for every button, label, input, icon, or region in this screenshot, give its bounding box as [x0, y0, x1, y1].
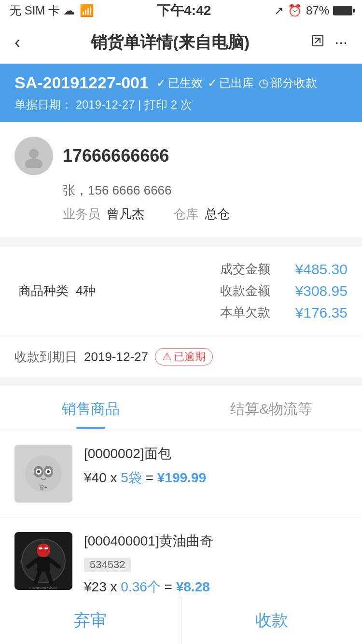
status-bar: 无 SIM 卡 ☁ 📶 下午4:42 ↗ ⏰ 87%	[0, 0, 362, 21]
category-label: 商品种类	[18, 283, 69, 298]
debt-label: 本单欠款	[220, 304, 270, 321]
status-badge-3: 部分收款	[259, 75, 317, 91]
customer-name: 17666666666	[63, 146, 169, 166]
cancel-button[interactable]: 弃审	[0, 596, 181, 644]
nav-actions: ···	[310, 33, 348, 52]
back-button[interactable]: ‹	[14, 32, 20, 53]
products-section: 星+ [0000002]面包 ¥40 x 5袋 = ¥199.99	[0, 430, 362, 611]
nav-bar: ‹ 销货单详情(来自电脑) ···	[0, 21, 362, 64]
share-icon[interactable]	[310, 33, 325, 52]
product-info-2: [000400001]黄油曲奇 534532 ¥23 x 0.36个 = ¥8.…	[84, 532, 348, 596]
order-print: | 打印 2 次	[138, 98, 192, 111]
more-icon[interactable]: ···	[334, 33, 348, 51]
amount-label: 成交金额	[220, 261, 270, 278]
order-date-label: 单据日期：	[14, 98, 72, 111]
stats-section: 商品种类 4种 成交金额 ¥485.30 收款金额 ¥308.95 本单欠款 ¥…	[0, 246, 362, 336]
alarm-icon: ⏰	[288, 4, 302, 17]
received-value: ¥308.95	[280, 283, 348, 299]
svg-rect-14	[37, 557, 50, 572]
svg-point-8	[37, 470, 40, 473]
amount-value: ¥485.30	[280, 261, 348, 278]
sales-value: 曾凡杰	[107, 207, 144, 221]
svg-point-9	[47, 470, 50, 473]
customer-contact: 张，156 6666 6666	[14, 182, 348, 199]
svg-point-1	[29, 149, 39, 158]
status-badge-2: 已出库	[208, 75, 254, 91]
product-price-1: ¥40 x 5袋 = ¥199.99	[84, 469, 348, 487]
svg-rect-20	[44, 547, 48, 549]
svg-text:advanced whale: advanced whale	[29, 586, 57, 590]
warehouse-label: 仓库	[173, 207, 198, 221]
location-icon: ↗	[274, 4, 284, 17]
status-time: 下午4:42	[157, 1, 211, 20]
wifi-icon: 📶	[80, 4, 94, 17]
product-name-2: [000400001]黄油曲奇	[84, 532, 348, 550]
product-thumbnail-1: 星+	[14, 445, 72, 503]
status-badges: 已生效 已出库 部分收款	[156, 75, 317, 91]
separator-2	[0, 378, 362, 386]
product-name-1: [0000002]面包	[84, 445, 348, 463]
order-date: 2019-12-27	[76, 98, 135, 111]
product-price-2: ¥23 x 0.36个 = ¥8.28	[84, 578, 348, 596]
order-id: SA-20191227-001	[14, 73, 149, 92]
category-count: 4种	[76, 283, 95, 298]
product-thumbnail-2: advanced whale	[14, 532, 72, 590]
svg-text:星+: 星+	[40, 485, 47, 490]
due-section: 收款到期日 2019-12-27 已逾期	[0, 336, 362, 377]
order-meta: 单据日期： 2019-12-27 | 打印 2 次	[14, 97, 348, 112]
battery-label: 87%	[306, 4, 329, 17]
separator-1	[0, 238, 362, 246]
svg-point-2	[25, 158, 42, 168]
confirm-button[interactable]: 收款	[181, 596, 362, 644]
tabs-section: 销售商品 结算&物流等	[0, 386, 362, 429]
warehouse-value: 总仓	[205, 207, 230, 221]
tab-sales-products[interactable]: 销售商品	[0, 386, 181, 429]
customer-detail: 业务员 曾凡杰 仓库 总仓	[14, 206, 348, 223]
product-info-1: [0000002]面包 ¥40 x 5袋 = ¥199.99	[84, 445, 348, 487]
debt-value: ¥176.35	[280, 305, 348, 321]
customer-avatar	[14, 137, 53, 175]
overdue-badge: 已逾期	[155, 348, 213, 365]
order-header: SA-20191227-001 已生效 已出库 部分收款 单据日期： 2019-…	[0, 64, 362, 122]
tab-settlement[interactable]: 结算&物流等	[181, 386, 362, 429]
list-item: 星+ [0000002]面包 ¥40 x 5袋 = ¥199.99	[0, 430, 362, 518]
product-tag-2: 534532	[84, 558, 131, 572]
sim-label: 无 SIM 卡 ☁	[10, 3, 75, 18]
status-badge-1: 已生效	[156, 75, 203, 91]
status-right: ↗ ⏰ 87%	[274, 4, 352, 17]
page-title: 销货单详情(来自电脑)	[30, 31, 310, 54]
due-date: 2019-12-27	[84, 350, 148, 364]
due-label: 收款到期日	[14, 349, 77, 365]
sales-label: 业务员	[63, 207, 100, 221]
status-left: 无 SIM 卡 ☁ 📶	[10, 3, 94, 18]
bottom-bar: 弃审 收款	[0, 596, 362, 644]
svg-rect-19	[39, 547, 42, 549]
battery-icon	[333, 6, 352, 15]
customer-section: 17666666666 张，156 6666 6666 业务员 曾凡杰 仓库 总…	[0, 122, 362, 237]
received-label: 收款金额	[220, 282, 270, 299]
